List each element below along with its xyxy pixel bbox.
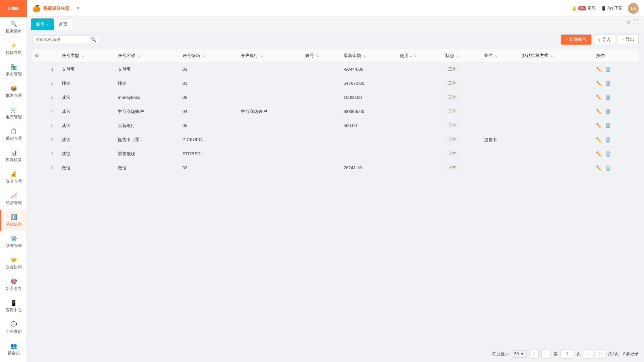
cell-settings-2 (32, 90, 46, 105)
col-balance[interactable]: 最新余额 ⇅ (341, 49, 397, 62)
per-page-select[interactable]: 50 ▼ (512, 350, 526, 358)
search-icon[interactable]: 🔍 (91, 37, 96, 42)
col-usage[interactable]: 使用... ⇅ (397, 49, 443, 62)
expand-window-icon[interactable]: ⛶ (633, 19, 639, 25)
top-header: 🍊 畅捷通好生意 ▼ 🔔 99+ 消息 📱 App下载 Ea (27, 0, 644, 17)
cell-status-1: 正常 (443, 76, 481, 90)
add-account-button[interactable]: + 新增账号 (561, 35, 591, 45)
window-controls: ✕ ⛶ (626, 19, 639, 25)
cell-type-5: 其它 (59, 133, 115, 147)
cell-status-5: 正常 (443, 133, 481, 147)
sidebar-item-enterprise-wechat[interactable]: 💬企业微信 (0, 317, 26, 339)
cell-remark-1 (481, 76, 520, 90)
member-icon: 👥 (10, 343, 17, 349)
col-account-code[interactable]: 账号编码 ⇅ (180, 49, 238, 62)
sidebar-item-basic-info[interactable]: ℹ️基础信息 (0, 210, 26, 231)
sidebar-item-retail-mgmt[interactable]: 🏪零售管理 (0, 60, 26, 81)
tab-account[interactable]: 账号× (31, 18, 54, 30)
sidebar-item-operations-mgmt[interactable]: 📈经营管理 (0, 188, 26, 210)
sidebar-item-member[interactable]: 👥畅会员 (0, 339, 26, 360)
delete-button-5[interactable]: 🗑️ (605, 137, 611, 142)
cell-code-1: 01 (180, 76, 238, 90)
delete-button-2[interactable]: 🗑️ (605, 95, 611, 100)
sidebar-item-finance-mgmt[interactable]: 💰资金管理 (0, 167, 26, 188)
col-default-settlement[interactable]: 默认结算方式 ⇅ (520, 49, 594, 62)
cell-action-2: ✏️ 🗑️ (593, 90, 639, 105)
per-page-label: 每页显示 (492, 351, 509, 357)
avatar[interactable]: Ea (628, 3, 639, 14)
edit-button-5[interactable]: ✏️ (596, 137, 602, 142)
sidebar-item-purchase-mgmt[interactable]: 📋采购管理 (0, 124, 26, 145)
col-account-name[interactable]: 账号名称 ⇅ (115, 49, 180, 62)
col-account-no[interactable]: 账号 ⇅ (303, 49, 341, 62)
edit-button-7[interactable]: ✏️ (596, 165, 602, 171)
sidebar-item-app-center[interactable]: 📱应用中心 (0, 296, 26, 317)
cell-num-1: 2 (46, 76, 59, 90)
sidebar-item-search-menu[interactable]: 🔍搜索菜单 (0, 17, 26, 38)
cell-status-7: 正常 (443, 161, 481, 175)
col-bank[interactable]: 开户银行 ⇅ (238, 49, 303, 62)
export-button[interactable]: ↑ 导出 (618, 34, 639, 45)
edit-button-6[interactable]: ✏️ (596, 151, 602, 157)
cell-usage-3 (397, 105, 443, 119)
delete-button-0[interactable]: 🗑️ (605, 67, 611, 72)
sidebar-label-purchase-mgmt: 采购管理 (6, 136, 22, 141)
message-button[interactable]: 🔔 99+ 消息 (572, 5, 596, 11)
prev-page-button[interactable]: ⟨ (541, 349, 551, 359)
sidebar-item-ecommerce-mgmt[interactable]: 🛒电商管理 (0, 103, 26, 124)
col-account-type[interactable]: 账号类型 ⇅ (59, 49, 115, 62)
download-icon: 📱 (601, 6, 606, 11)
edit-button-1[interactable]: ✏️ (596, 81, 602, 86)
col-remark[interactable]: 备注 ⇅ (481, 49, 520, 62)
cell-account-no-2 (303, 90, 341, 105)
col-status[interactable]: 状态 ⇅ (443, 49, 481, 62)
next-page-button[interactable]: ⟩ (584, 349, 593, 359)
dropdown-selector[interactable]: ▼ (75, 6, 80, 11)
purchase-mgmt-icon: 📋 (10, 128, 17, 134)
cell-balance-1: 547670.00 (341, 76, 397, 90)
delete-button-4[interactable]: 🗑️ (605, 123, 611, 128)
import-button[interactable]: ↓ 导入 (594, 34, 615, 45)
edit-button-4[interactable]: ✏️ (596, 123, 602, 128)
cell-action-1: ✏️ 🗑️ (593, 76, 639, 90)
sidebar-item-enterprise-agreement[interactable]: 🤝企业协同 (0, 253, 26, 274)
cell-status-2: 正常 (443, 90, 481, 105)
sidebar-item-new-guide[interactable]: 🎯新手引导 (0, 274, 26, 296)
cell-code-4: 05 (180, 119, 238, 133)
close-window-icon[interactable]: ✕ (626, 19, 631, 25)
search-input[interactable] (35, 37, 89, 42)
edit-button-3[interactable]: ✏️ (596, 109, 602, 114)
edit-button-2[interactable]: ✏️ (596, 95, 602, 100)
table-row: 3 其它 moneybosx 06 10000.00 正常 ✏️ 🗑️ (32, 90, 639, 105)
table-row: 4 其它 中百商场账户 04 中百商场账户 383866.00 正常 ✏️ 🗑️ (32, 105, 639, 119)
cell-account-no-1 (303, 76, 341, 90)
sidebar-item-wholesale-mgmt[interactable]: 📦批发管理 (0, 81, 26, 103)
app-download-button[interactable]: 📱 App下载 (601, 5, 623, 11)
sort-icon-no: ⇅ (316, 54, 319, 58)
cell-account-no-0 (303, 62, 341, 76)
sidebar-item-quick-nav[interactable]: ⚡快捷导航 (0, 38, 26, 60)
delete-button-7[interactable]: 🗑️ (605, 165, 611, 171)
tab-close-account[interactable]: × (47, 22, 49, 26)
cell-action-6: ✏️ 🗑️ (593, 147, 639, 161)
status-badge-3: 正常 (445, 108, 459, 115)
sidebar-item-sys-mgmt[interactable]: ⚙️系统管理 (0, 231, 26, 253)
edit-button-0[interactable]: ✏️ (596, 67, 602, 72)
last-page-button[interactable]: ⟩⟩ (596, 349, 605, 359)
status-badge-0: 正常 (445, 66, 459, 73)
delete-button-1[interactable]: 🗑️ (605, 81, 611, 86)
page-input[interactable] (560, 349, 574, 359)
tab-home[interactable]: 首页 (54, 18, 72, 30)
cell-action-5: ✏️ 🗑️ (593, 133, 639, 147)
col-settings[interactable]: ⚙ (32, 49, 46, 62)
delete-button-6[interactable]: 🗑️ (605, 151, 611, 157)
first-page-button[interactable]: ⟨⟨ (529, 349, 539, 359)
delete-button-3[interactable]: 🗑️ (605, 109, 611, 114)
enterprise-agreement-icon: 🤝 (10, 257, 17, 263)
sidebar-item-inventory[interactable]: 📊库存核算 (0, 145, 26, 167)
cell-usage-0 (397, 62, 443, 76)
search-box[interactable]: 🔍 (32, 35, 99, 44)
col-num (46, 49, 59, 62)
cell-code-7: 02 (180, 161, 238, 175)
message-badge: 99+ (578, 6, 586, 10)
